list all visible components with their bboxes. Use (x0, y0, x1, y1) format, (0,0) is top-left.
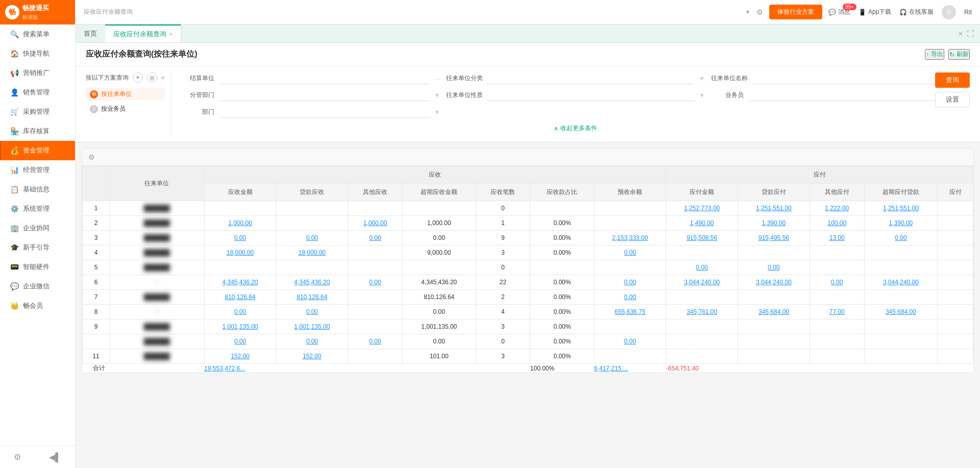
app-download-button[interactable]: 📱 App下载 (859, 8, 891, 16)
filter-area: 按以下方案查询 + ◎ « 畅 按往来单位 ⏱ 按业务员 (76, 66, 980, 142)
filter-collapse-icon[interactable]: « (161, 74, 165, 81)
sidebar-item-label: 基础信息 (23, 185, 50, 194)
query-actions: 查询 设置 (935, 72, 970, 107)
table-scroll[interactable]: 往来单位 应收 应付 应收金额 贷款应收 其他应收 超期应收金额 应收笔数 应收… (82, 166, 973, 373)
dept-input[interactable] (218, 89, 430, 101)
filter-set-button[interactable]: ◎ (147, 72, 157, 83)
sidebar-item-basic[interactable]: 📋 基础信息 (0, 180, 75, 199)
tab-close-button[interactable]: × (959, 30, 963, 38)
message-button[interactable]: 💬 消息 99+ (828, 8, 850, 16)
tab-home[interactable]: 首页 (76, 24, 105, 42)
filter-option-by-salesperson[interactable]: ⏱ 按业务员 (86, 103, 165, 115)
table-row: ██████0.000.000.000.0000.00%0.00 (83, 334, 973, 349)
sidebar-item-hardware[interactable]: 📟 智能硬件 (0, 257, 75, 277)
col-group-ap: 应付 (666, 166, 973, 184)
refresh-button[interactable]: ↻ 刷新 (948, 49, 970, 60)
department-input[interactable] (218, 106, 430, 118)
table-row: 6↑4,345,436.204,345,436.200.004,345,436.… (83, 275, 973, 290)
settlement-unit-dots[interactable]: ··· (434, 75, 440, 83)
total-ar-other (348, 364, 403, 373)
salesperson-input[interactable] (748, 89, 960, 101)
filter-option-by-unit[interactable]: 畅 按往来单位 (86, 88, 165, 101)
department-chevron[interactable]: ▼ (434, 109, 440, 116)
export-button[interactable]: ↑ 导出 (925, 49, 944, 60)
sidebar-item-operations[interactable]: 📊 经营管理 (0, 160, 75, 180)
sidebar-item-sales[interactable]: 👤 销售管理 (0, 83, 75, 102)
page-title: 应收应付余额查询(按往来单位) (86, 49, 198, 60)
filter-field-settlement: 结算单位 ··· (182, 72, 440, 84)
col-ap-loan: 贷款应付 (738, 184, 810, 201)
sidebar-item-search[interactable]: 🔍 搜索菜单 (0, 24, 75, 44)
filter-field-salesperson: 业务员 ··· (711, 89, 970, 101)
tab-fullscreen-button[interactable]: ⛶ (967, 30, 974, 38)
filter-add-button[interactable]: + (133, 72, 143, 83)
online-service-button[interactable]: 🎧 在线客服 (899, 8, 934, 16)
header-gear-icon[interactable]: ⚙ (756, 8, 763, 16)
sidebar-item-label: 企业微信 (23, 282, 50, 291)
refresh-icon: ↻ (949, 51, 954, 58)
total-ar-overdue (402, 364, 476, 373)
user-avatar[interactable]: R (942, 5, 956, 19)
col-ar-count: 应收笔数 (476, 184, 530, 201)
col-ar-prepay: 预收余额 (594, 184, 666, 201)
total-ap-loan (738, 364, 810, 373)
breadcrumb: 应收应付余额查询 (84, 8, 739, 16)
sidebar-item-label: 系统管理 (23, 204, 50, 213)
breadcrumb-dropdown-icon[interactable]: ▼ (745, 9, 750, 15)
filter-collapse-button[interactable]: ∧ 收起更多条件 (182, 121, 970, 136)
filter-field-department: 部门 ▼ (182, 106, 440, 118)
sidebar-item-label: 采购管理 (23, 107, 50, 116)
table-toolbar: ⚙ (82, 149, 973, 166)
collapse-arrow-icon: ∧ (554, 125, 558, 132)
sidebar-item-marketing[interactable]: 📢 营销推广 (0, 63, 75, 83)
sidebar-item-system[interactable]: ⚙️ 系统管理 (0, 199, 75, 218)
sidebar-item-member[interactable]: 👑 畅会员 (0, 296, 75, 315)
sidebar-item-label: 销售管理 (23, 88, 50, 97)
sidebar-item-purchase[interactable]: 🛒 采购管理 (0, 102, 75, 121)
sidebar-item-enterprise[interactable]: 🏢 企业协同 (0, 218, 75, 238)
tab-close-icon[interactable]: × (169, 31, 173, 37)
sidebar: 畅 畅捷通买 标准版 🔍 搜索菜单 🏠 快捷导航 📢 营销推广 👤 销售管理 🛒… (0, 0, 76, 468)
message-icon: 💬 (828, 9, 836, 16)
sidebar-logo: 畅 畅捷通买 标准版 (0, 0, 75, 24)
logo-title: 畅捷通买 (22, 4, 49, 13)
sidebar-settings-button[interactable]: ⚙ (10, 450, 25, 464)
operations-icon: 📊 (10, 166, 19, 174)
total-ap-overdue (864, 364, 938, 373)
total-ar-count (476, 364, 530, 373)
sidebar-item-label: 营销推广 (23, 68, 50, 78)
sidebar-item-finance[interactable]: 💰 资金管理 (0, 141, 75, 160)
unit-nature-input[interactable] (487, 89, 695, 101)
dept-chevron[interactable]: ▼ (434, 92, 440, 99)
trial-button[interactable]: 体验行业方案 (769, 5, 822, 19)
sidebar-item-label: 搜索菜单 (23, 30, 50, 39)
query-button[interactable]: 查询 (935, 72, 970, 88)
sidebar-item-weixin[interactable]: 💬 企业微信 (0, 277, 75, 296)
setting-button[interactable]: 设置 (935, 92, 970, 107)
header: 应收应付余额查询 ▼ ⚙ 体验行业方案 💬 消息 99+ 📱 App下载 🎧 在… (76, 0, 980, 24)
service-icon: 🎧 (899, 9, 907, 16)
col-ar-other: 其他应收 (348, 184, 403, 201)
sidebar-item-label: 快捷导航 (23, 49, 50, 58)
sidebar-item-label: 畅会员 (23, 301, 43, 310)
sidebar-item-inventory[interactable]: 🏪 库存核算 (0, 121, 75, 141)
settlement-unit-input[interactable] (218, 72, 430, 84)
app-icon: 📱 (859, 9, 866, 16)
total-ar-amount[interactable]: 19,553,472,6... (204, 364, 276, 373)
table-settings-icon[interactable]: ⚙ (88, 153, 95, 161)
department-label: 部门 (182, 108, 214, 116)
sidebar-item-quicknav[interactable]: 🏠 快捷导航 (0, 44, 75, 63)
unit-category-input[interactable] (487, 72, 695, 84)
total-ar-prepay[interactable]: 6,417,215.... (594, 364, 666, 373)
unit-category-chevron[interactable]: ▼ (699, 75, 705, 82)
unit-nature-chevron[interactable]: ▼ (699, 92, 705, 99)
sidebar-collapse-button[interactable]: ◀▌ (45, 450, 65, 464)
unit-name-label: 往来单位名称 (711, 74, 748, 83)
refresh-label: 刷新 (957, 50, 969, 59)
col-ar-ratio: 应收款占比 (530, 184, 594, 201)
tab-active[interactable]: 应收应付余额查询 × (105, 24, 181, 42)
dept-label: 分管部门 (182, 91, 214, 100)
sidebar-item-guide[interactable]: 🎓 新手引导 (0, 238, 75, 257)
search-menu-icon: 🔍 (10, 30, 19, 38)
table-row: 4██████18,000.0018,000.009,000.0030.00%0… (83, 245, 973, 260)
